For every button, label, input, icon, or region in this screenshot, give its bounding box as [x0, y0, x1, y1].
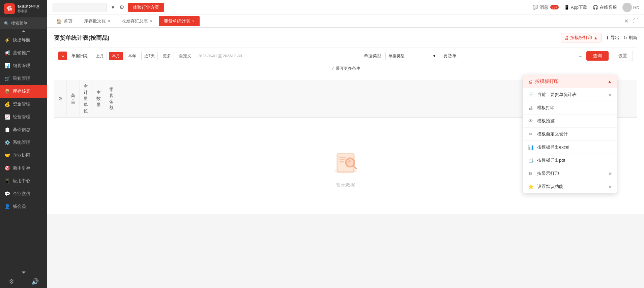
table-gear-icon[interactable]: ⚙ — [58, 96, 62, 101]
current-template-label: 当前：要货单统计表 — [537, 92, 606, 98]
download-icon: 📱 — [564, 5, 569, 10]
template-print-item-icon: 🖨 — [528, 105, 534, 111]
sidebar-item-system[interactable]: ⚙️ 系统管理 — [0, 136, 47, 149]
tab-inventory-batch-close[interactable]: × — [108, 19, 110, 24]
sidebar-item-guide[interactable]: 🎯 新手引导 — [0, 162, 47, 174]
tab-home-label: 首页 — [64, 18, 72, 24]
template-design-label: 模板自定义设计 — [537, 131, 612, 137]
dropdown-item-export-pdf[interactable]: 📑 按模板导出pdf — [523, 154, 617, 167]
dropdown-item-export-excel[interactable]: 📊 按模板导出excel — [523, 141, 617, 154]
tab-receipt-summary[interactable]: 收发存汇总表 × — [117, 16, 157, 26]
dropdown-item-display-print[interactable]: 🖥 按显示打印 ▶ — [523, 167, 617, 180]
sidebar-item-wechat[interactable]: 💬 企业微信 — [0, 187, 47, 200]
tab-inventory-batch-label: 库存批次账 — [84, 18, 106, 24]
sound-footer-icon[interactable]: 🔊 — [31, 278, 39, 285]
settings-btn[interactable]: 设置 — [613, 51, 633, 61]
expand-more-btn[interactable]: ✓ 展开更多条件 — [331, 66, 360, 71]
tab-requisition-stats[interactable]: 要货单统计表 × — [159, 16, 200, 26]
purchase-icon: 🛒 — [4, 75, 10, 82]
notification-btn[interactable]: 💬 消息 99+ — [533, 4, 559, 10]
filter-container: » 单据日期 上月 本月 本年 近7天 更多 自定义 2023-06-01 至 … — [54, 47, 637, 77]
tab-receipt-summary-close[interactable]: × — [150, 19, 152, 24]
sidebar-item-label: 企业协同 — [13, 152, 30, 158]
sidebar-item-label: 企业微信 — [13, 191, 30, 197]
breadcrumb-dropdown-btn[interactable]: ▼ — [111, 5, 115, 10]
query-btn[interactable]: 查询 — [586, 51, 609, 61]
sidebar-item-label: 应用中心 — [13, 178, 30, 184]
sidebar-item-label: 基础信息 — [13, 127, 30, 133]
sidebar-scroll-up[interactable] — [0, 29, 47, 34]
sidebar-item-cooperation[interactable]: 🤝 企业协同 — [0, 149, 47, 162]
date-btn-last-month[interactable]: 上月 — [93, 52, 107, 60]
user-avatar[interactable]: Rit — [622, 3, 639, 12]
sidebar-item-inventory[interactable]: 📦 库存核算 — [0, 85, 47, 98]
header-gear-btn[interactable]: ⚙ — [119, 4, 124, 10]
dropdown-item-template-preview[interactable]: 👁 模板预览 — [523, 115, 617, 128]
system-icon: ⚙️ — [4, 139, 10, 146]
export-excel-icon: 📊 — [528, 144, 534, 150]
tab-requisition-stats-label: 要货单统计表 — [164, 18, 190, 24]
date-btn-more[interactable]: 更多 — [160, 52, 174, 60]
dropdown-current-template[interactable]: 📄 当前：要货单统计表 ▶ — [523, 88, 617, 101]
tab-requisition-stats-close[interactable]: × — [192, 19, 195, 24]
date-btn-7days[interactable]: 近7天 — [141, 52, 158, 60]
set-default-arrow: ▶ — [609, 184, 612, 189]
date-btn-this-month[interactable]: 本月 — [109, 52, 123, 60]
online-service-btn[interactable]: 🎧 在线客服 — [593, 4, 617, 10]
sidebar-item-basic-info[interactable]: 📋 基础信息 — [0, 123, 47, 136]
tab-home[interactable]: 🏠 首页 — [51, 16, 78, 26]
username-label: Rit — [633, 5, 639, 10]
sidebar-item-label: 快捷导航 — [13, 37, 30, 43]
sidebar-search[interactable]: 🔍 搜索菜单 — [0, 18, 47, 29]
dropdown-item-set-default[interactable]: ⭐ 设置默认功能 ▶ — [523, 180, 617, 193]
template-preview-icon: 👁 — [528, 118, 534, 124]
inventory-icon: 📦 — [4, 88, 10, 94]
dropdown-chevron-up-icon[interactable]: ▲ — [607, 79, 612, 84]
sidebar-item-label: 畅会员 — [13, 203, 26, 210]
app-download-btn[interactable]: 📱 App下载 — [564, 4, 587, 10]
refresh-btn[interactable]: ↻ 刷新 — [623, 35, 637, 41]
dropdown-item-template-print[interactable]: 🖨 模板打印 — [523, 101, 617, 115]
app-logo-icon: 畅 — [4, 3, 15, 14]
sidebar-scroll-down[interactable] — [0, 270, 47, 275]
date-range-display: 2023-06-01 至 2023-06-30 — [198, 54, 242, 59]
col-quantity: 主数量 — [92, 80, 105, 118]
col-retail-amount: 零售金额 — [105, 80, 118, 118]
sidebar-item-app-center[interactable]: 📱 应用中心 — [0, 174, 47, 187]
sidebar-nav: ⚡ 快捷导航 📢 营销推广 📊 销售管理 🛒 采购管理 📦 库存核算 💰 资金管… — [0, 34, 47, 270]
sidebar-item-operations[interactable]: 📈 经营管理 — [0, 110, 47, 123]
template-preview-label: 模板预览 — [537, 118, 612, 124]
sidebar-item-label: 营销推广 — [13, 50, 30, 56]
breadcrumb-input[interactable] — [53, 3, 107, 12]
marketing-icon: 📢 — [4, 50, 10, 56]
display-print-label: 按显示打印 — [537, 170, 606, 177]
search-icon: 🔍 — [4, 21, 9, 26]
yaohuo-label: 要货单 — [443, 53, 457, 59]
date-btn-custom[interactable]: 自定义 — [176, 52, 194, 60]
maximize-window-btn[interactable]: ⛶ — [632, 18, 640, 24]
expand-icon-btn[interactable]: » — [58, 52, 67, 60]
date-btn-this-year[interactable]: 本年 — [125, 52, 139, 60]
sidebar-item-finance[interactable]: 💰 资金管理 — [0, 98, 47, 110]
dropdown-header-label: 按模板打印 — [535, 78, 559, 85]
close-window-btn[interactable]: ✕ — [623, 18, 630, 24]
display-print-icon: 🖥 — [528, 170, 534, 177]
dropdown-item-template-design[interactable]: ✏ 模板自定义设计 — [523, 128, 617, 141]
export-btn[interactable]: ⬆ 导出 — [606, 35, 619, 41]
sidebar-item-sales[interactable]: 📊 销售管理 — [0, 59, 47, 72]
export-pdf-icon: 📑 — [528, 157, 534, 163]
cooperation-icon: 🤝 — [4, 152, 10, 158]
refresh-icon: ↻ — [623, 35, 627, 40]
template-print-btn[interactable]: 🖨 按模板打印 ▲ — [561, 33, 602, 42]
notification-icon: 💬 — [533, 5, 538, 10]
date-range-text: 2023-06-01 至 2023-06-30 — [198, 54, 242, 59]
trial-industry-btn[interactable]: 体验行业方案 — [128, 3, 164, 12]
sidebar-item-quick-nav[interactable]: ⚡ 快捷导航 — [0, 34, 47, 46]
sidebar-item-purchase[interactable]: 🛒 采购管理 — [0, 72, 47, 85]
order-type-select[interactable]: 单据类型 ▼ — [385, 52, 439, 60]
settings-footer-icon[interactable]: ⚙ — [9, 278, 14, 285]
sidebar-item-member[interactable]: 👤 畅会员 — [0, 200, 47, 213]
more-options-icon[interactable]: ··· — [579, 54, 582, 59]
sidebar-item-marketing[interactable]: 📢 营销推广 — [0, 46, 47, 59]
tab-inventory-batch[interactable]: 库存批次账 × — [79, 16, 115, 26]
